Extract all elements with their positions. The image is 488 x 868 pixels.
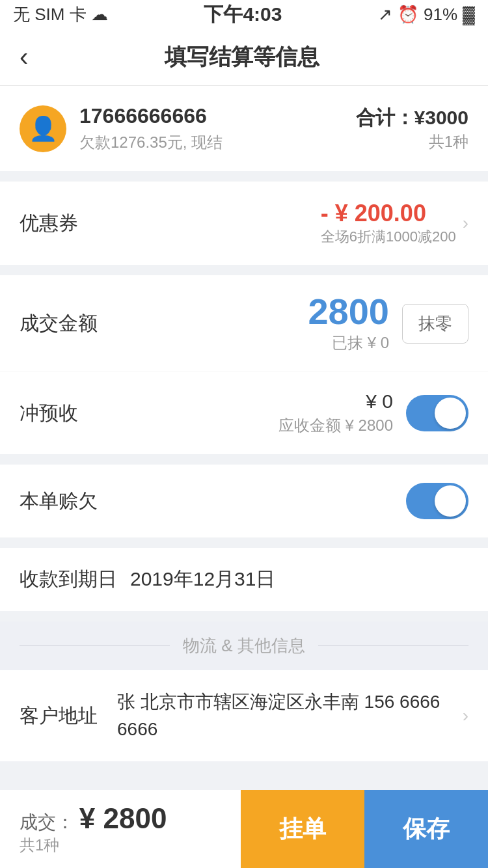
status-time: 下午4:03 (204, 1, 282, 28)
debt-row: 本单赊欠 (0, 465, 488, 537)
total-count: 共1种 (356, 131, 468, 152)
amount-right: 2800 已抹 ¥ 0 抹零 (308, 293, 468, 353)
coupon-right: - ¥ 200.00 全场6折满1000减200 › (321, 200, 468, 247)
page-title: 填写结算等信息 (41, 42, 442, 72)
customer-card: 👤 17666666666 欠款1276.35元, 现结 合计：¥3000 共1… (0, 86, 488, 171)
address-value: 张 北京市市辖区海淀区永丰南 156 6666 6666 (117, 688, 463, 743)
logistics-divider: 物流 & 其他信息 (0, 621, 488, 670)
divider-line-left (20, 645, 170, 646)
bottom-bar: 成交： ¥ 2800 共1种 挂单 保存 (0, 790, 488, 868)
total-amount: 合计：¥3000 (356, 105, 468, 131)
coupon-chevron-icon: › (463, 213, 468, 234)
prepay-amount: ¥ 0 (366, 390, 393, 412)
status-left: 无 SIM 卡 ☁ (13, 3, 108, 26)
save-button[interactable]: 保存 (364, 790, 488, 868)
address-chevron-icon: › (463, 705, 468, 726)
bottom-deal-label: 成交： (20, 812, 74, 832)
main-content: 👤 17666666666 欠款1276.35元, 现结 合计：¥3000 共1… (0, 86, 488, 868)
bottom-info: 成交： ¥ 2800 共1种 (0, 802, 241, 856)
back-button[interactable]: ‹ (20, 42, 28, 72)
amount-row: 成交金额 2800 已抹 ¥ 0 抹零 (0, 275, 488, 372)
sim-label: 无 SIM 卡 ☁ (13, 3, 108, 26)
customer-total: 合计：¥3000 共1种 (356, 105, 468, 152)
battery-label: 91% (424, 5, 457, 25)
amount-value: 2800 (308, 291, 389, 332)
due-row: 收款到期日 2019年12月31日 (0, 548, 488, 611)
bottom-count: 共1种 (20, 835, 221, 856)
status-bar: 无 SIM 卡 ☁ 下午4:03 ↗ ⏰ 91% ▓ (0, 0, 488, 29)
amount-label: 成交金额 (20, 310, 98, 337)
status-right: ↗ ⏰ 91% ▓ (378, 5, 475, 25)
alarm-icon: ⏰ (398, 5, 418, 25)
amount-section: 成交金额 2800 已抹 ¥ 0 抹零 冲预收 ¥ 0 应收金额 ¥ 2800 (0, 275, 488, 454)
address-label: 客户地址 (20, 703, 98, 729)
address-section[interactable]: 客户地址 张 北京市市辖区海淀区永丰南 156 6666 6666 › (0, 670, 488, 761)
prepay-label: 冲预收 (20, 400, 78, 427)
coupon-row[interactable]: 优惠券 - ¥ 200.00 全场6折满1000减200 › (0, 182, 488, 265)
debt-toggle-knob (435, 485, 466, 517)
bottom-amount: ¥ 2800 (79, 802, 167, 834)
due-date: 2019年12月31日 (130, 566, 275, 593)
debt-label: 本单赊欠 (20, 488, 98, 515)
hold-button[interactable]: 挂单 (241, 790, 364, 868)
bottom-deal-row: 成交： ¥ 2800 (20, 802, 221, 835)
avatar: 👤 (20, 105, 66, 152)
customer-phone: 17666666666 (79, 104, 223, 128)
avatar-icon: 👤 (29, 115, 58, 142)
divider-line-right (318, 645, 468, 646)
customer-debt: 欠款1276.35元, 现结 (79, 132, 223, 153)
debt-toggle[interactable] (406, 483, 468, 519)
coupon-value: - ¥ 200.00 (321, 200, 426, 226)
due-label: 收款到期日 (20, 566, 117, 593)
location-icon: ↗ (378, 5, 392, 25)
prepay-toggle[interactable] (406, 395, 468, 431)
coupon-label: 优惠券 (20, 210, 78, 237)
nav-bar: ‹ 填写结算等信息 (0, 29, 488, 86)
round-button[interactable]: 抹零 (402, 304, 468, 344)
debt-section: 本单赊欠 (0, 465, 488, 537)
customer-left: 👤 17666666666 欠款1276.35元, 现结 (20, 104, 223, 153)
customer-info: 17666666666 欠款1276.35元, 现结 (79, 104, 223, 153)
amount-sub: 已抹 ¥ 0 (308, 332, 389, 353)
logistics-label: 物流 & 其他信息 (170, 634, 318, 657)
prepay-value-block: ¥ 0 应收金额 ¥ 2800 (278, 390, 393, 436)
toggle-knob (435, 398, 466, 429)
prepay-sub: 应收金额 ¥ 2800 (278, 415, 393, 436)
prepay-row: 冲预收 ¥ 0 应收金额 ¥ 2800 (0, 372, 488, 454)
battery-icon: ▓ (463, 5, 475, 25)
prepay-right: ¥ 0 应收金额 ¥ 2800 (278, 390, 468, 436)
coupon-desc: 全场6折满1000减200 (321, 227, 456, 247)
